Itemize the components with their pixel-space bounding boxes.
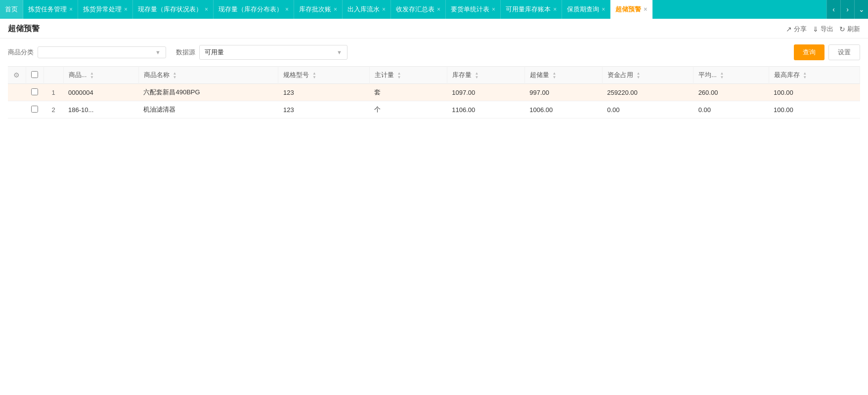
- datasource-select[interactable]: 可用量 ▼: [199, 45, 347, 60]
- datasource-select-text: 可用量: [205, 48, 224, 57]
- category-filter-group: 商品分类 ▼: [8, 46, 166, 58]
- th-overstock[interactable]: 超储量 ▲▼: [524, 67, 602, 84]
- top-navigation: 首页 拣货任务管理×拣货异常处理×现存量（库存状况表）×现存量（库存分布表）×库…: [0, 0, 868, 19]
- row-product-name: 机油滤清器: [138, 101, 278, 118]
- nav-arrow-right[interactable]: ›: [840, 0, 854, 19]
- settings-button[interactable]: 设置: [828, 44, 860, 60]
- chevron-down-icon: ▼: [155, 49, 161, 55]
- nav-arrows: ‹ › ⌄: [826, 0, 868, 19]
- th-product-code[interactable]: 商品... ▲▼: [63, 67, 138, 84]
- nav-tab-tab-2[interactable]: 拣货异常处理×: [78, 0, 133, 19]
- nav-arrow-down[interactable]: ⌄: [854, 0, 868, 19]
- nav-tab-tab-6[interactable]: 出入库流水×: [343, 0, 391, 19]
- th-stock[interactable]: 库存量 ▲▼: [447, 67, 524, 84]
- export-button[interactable]: ⇓ 导出: [813, 25, 833, 34]
- refresh-button[interactable]: ↻ 刷新: [839, 25, 860, 34]
- row-product-code: 186-10...: [63, 101, 138, 118]
- nav-tab-tab-11[interactable]: 超储预警×: [610, 0, 652, 19]
- row-avg: 0.00: [694, 101, 769, 118]
- sort-icon-avg: ▲▼: [720, 72, 724, 79]
- table-header-row: ⚙ 商品... ▲▼ 商品名称 ▲▼ 规格型号: [8, 67, 860, 84]
- nav-tab-tab-10[interactable]: 保质期查询×: [562, 0, 610, 19]
- nav-tab-tab-4[interactable]: 现存量（库存分布表）×: [214, 0, 294, 19]
- table-area: ⚙ 商品... ▲▼ 商品名称 ▲▼ 规格型号: [0, 66, 868, 118]
- row-seq: 2: [43, 101, 63, 118]
- share-icon: ↗: [786, 25, 792, 33]
- row-overstock: 1006.00: [524, 101, 602, 118]
- refresh-icon: ↻: [839, 25, 845, 33]
- sort-icon-overstock: ▲▼: [552, 72, 556, 79]
- row-product-code: 0000004: [63, 84, 138, 101]
- close-tab-icon[interactable]: ×: [553, 6, 557, 13]
- header-actions: ↗ 分享 ⇓ 导出 ↻ 刷新: [786, 25, 860, 34]
- query-button[interactable]: 查询: [794, 44, 825, 60]
- row-checkbox-0[interactable]: [31, 88, 38, 95]
- row-spec: 123: [278, 84, 369, 101]
- row-max-stock: 100.00: [769, 101, 860, 118]
- nav-tab-tab-8[interactable]: 要货单统计表×: [446, 0, 501, 19]
- filter-area: 商品分类 ▼ 数据源 可用量 ▼ 查询 设置: [0, 39, 868, 66]
- sort-icon-product-name: ▲▼: [173, 72, 177, 79]
- nav-tab-tab-9[interactable]: 可用量库存账本×: [501, 0, 562, 19]
- share-button[interactable]: ↗ 分享: [786, 25, 807, 34]
- th-avg[interactable]: 平均... ▲▼: [694, 67, 769, 84]
- table-row: 1 0000004 六配套新昌490BPG 123 套 1097.00 997.…: [8, 84, 860, 101]
- sort-icon-unit: ▲▼: [397, 72, 401, 79]
- th-unit[interactable]: 主计量 ▲▼: [369, 67, 447, 84]
- table-body: 1 0000004 六配套新昌490BPG 123 套 1097.00 997.…: [8, 84, 860, 118]
- datasource-label: 数据源: [176, 48, 195, 57]
- row-overstock: 997.00: [524, 84, 602, 101]
- row-spec: 123: [278, 101, 369, 118]
- row-product-name: 六配套新昌490BPG: [138, 84, 278, 101]
- page-header: 超储预警 ↗ 分享 ⇓ 导出 ↻ 刷新: [0, 19, 868, 39]
- row-settings-cell: [8, 84, 26, 101]
- page-title: 超储预警: [8, 24, 40, 34]
- close-tab-icon[interactable]: ×: [205, 6, 208, 13]
- page-container: 超储预警 ↗ 分享 ⇓ 导出 ↻ 刷新 商品分类 ▼ 数据源: [0, 19, 868, 395]
- row-capital: 259220.00: [602, 84, 693, 101]
- category-label: 商品分类: [8, 48, 34, 57]
- close-tab-icon[interactable]: ×: [644, 6, 647, 13]
- table-row: 2 186-10... 机油滤清器 123 个 1106.00 1006.00 …: [8, 101, 860, 118]
- th-product-name[interactable]: 商品名称 ▲▼: [138, 67, 278, 84]
- nav-home[interactable]: 首页: [0, 0, 23, 19]
- nav-tab-tab-7[interactable]: 收发存汇总表×: [391, 0, 446, 19]
- close-tab-icon[interactable]: ×: [382, 6, 386, 13]
- row-unit: 个: [369, 101, 447, 118]
- row-checkbox-cell: [26, 101, 43, 118]
- close-tab-icon[interactable]: ×: [124, 6, 128, 13]
- sort-icon-capital: ▲▼: [636, 72, 640, 79]
- row-checkbox-1[interactable]: [31, 106, 38, 113]
- checkbox-column-header: [26, 67, 43, 84]
- th-capital[interactable]: 资金占用 ▲▼: [602, 67, 693, 84]
- nav-arrow-left[interactable]: ‹: [826, 0, 840, 19]
- row-unit: 套: [369, 84, 447, 101]
- data-table: ⚙ 商品... ▲▼ 商品名称 ▲▼ 规格型号: [8, 66, 860, 118]
- table-settings-icon[interactable]: ⚙: [13, 71, 20, 79]
- row-max-stock: 100.00: [769, 84, 860, 101]
- row-seq: 1: [43, 84, 63, 101]
- share-label: 分享: [794, 25, 807, 34]
- close-tab-icon[interactable]: ×: [437, 6, 440, 13]
- datasource-filter-group: 数据源 可用量 ▼: [176, 45, 347, 60]
- category-select[interactable]: ▼: [38, 46, 166, 58]
- nav-tab-tab-1[interactable]: 拣货任务管理×: [23, 0, 78, 19]
- close-tab-icon[interactable]: ×: [285, 6, 289, 13]
- filter-buttons: 查询 设置: [794, 44, 860, 60]
- th-seq: [43, 67, 63, 84]
- nav-tab-tab-3[interactable]: 现存量（库存状况表）×: [133, 0, 214, 19]
- sort-icon-spec: ▲▼: [312, 72, 316, 79]
- nav-tab-tab-5[interactable]: 库存批次账×: [294, 0, 343, 19]
- close-tab-icon[interactable]: ×: [492, 6, 495, 13]
- th-spec[interactable]: 规格型号 ▲▼: [278, 67, 369, 84]
- select-all-checkbox[interactable]: [31, 71, 38, 78]
- close-tab-icon[interactable]: ×: [69, 6, 73, 13]
- sort-icon-stock: ▲▼: [475, 72, 478, 79]
- th-max-stock[interactable]: 最高库存 ▲▼: [769, 67, 860, 84]
- datasource-chevron-icon: ▼: [337, 49, 342, 55]
- close-tab-icon[interactable]: ×: [334, 6, 337, 13]
- export-icon: ⇓: [813, 25, 819, 33]
- row-settings-cell: [8, 101, 26, 118]
- close-tab-icon[interactable]: ×: [602, 6, 605, 13]
- export-label: 导出: [821, 25, 833, 34]
